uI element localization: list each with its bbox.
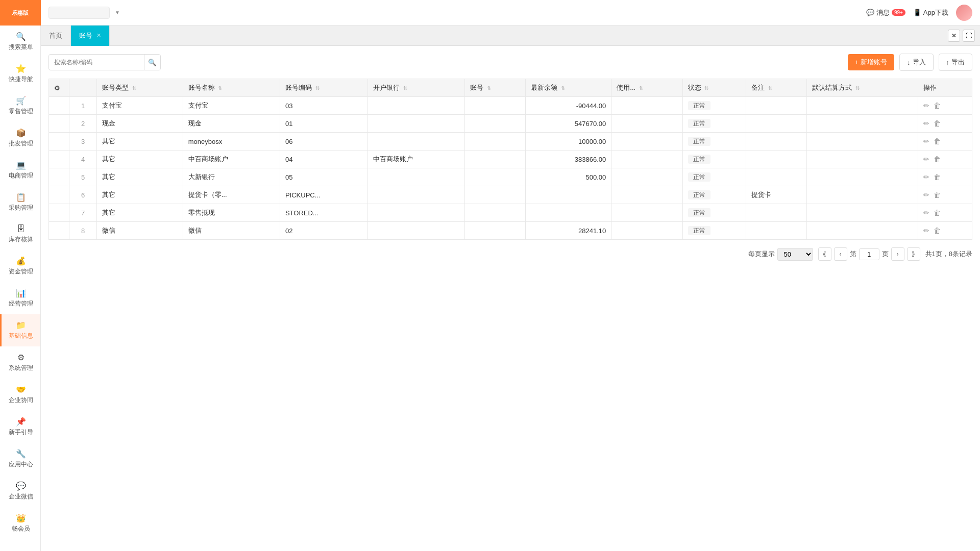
sidebar-item-vip-member[interactable]: 👑 畅会员 [0,507,40,539]
message-button[interactable]: 💬 消息 99+ [866,8,905,17]
page-next-button[interactable]: › [891,247,904,261]
tab-maximize-button[interactable]: ⛶ [963,30,975,42]
delete-button[interactable]: 🗑 [934,137,941,145]
page-last-button[interactable]: ⟫ [907,247,920,261]
retail-mgmt-icon: 🛒 [4,96,38,106]
page-input[interactable] [859,248,879,260]
add-account-button[interactable]: + 新增账号 [848,54,894,70]
edit-button[interactable]: ✏ [923,155,929,163]
page-first-button[interactable]: ⟪ [818,247,831,261]
row-name: 支付宝 [183,97,280,115]
row-code: PICKUPC... [280,186,368,204]
row-settings [49,115,69,133]
row-usage [611,151,682,168]
row-settlement [806,115,918,133]
row-balance [525,204,611,222]
edit-button[interactable]: ✏ [923,102,929,110]
row-name: 微信 [183,222,280,240]
col-code[interactable]: 账号编码 ⇅ [280,79,368,97]
export-label: 导出 [951,58,965,67]
edit-button[interactable]: ✏ [923,119,929,128]
edit-button[interactable]: ✏ [923,209,929,217]
row-settlement [806,133,918,151]
sidebar-item-enterprise-agreement[interactable]: 🤝 企业协同 [0,379,40,411]
sidebar-item-operations-mgmt[interactable]: 📊 经营管理 [0,282,40,314]
tab-account[interactable]: 账号 ✕ [71,26,110,46]
sidebar-item-app-center[interactable]: 🔧 应用中心 [0,443,40,475]
col-name[interactable]: 账号名称 ⇅ [183,79,280,97]
row-name: 零售抵现 [183,204,280,222]
app-download-button[interactable]: 📱 App下载 [913,8,948,17]
sidebar-item-search-menu[interactable]: 🔍 搜索菜单 [0,26,40,58]
sidebar-item-new-guide[interactable]: 📌 新手引导 [0,411,40,443]
delete-button[interactable]: 🗑 [934,227,941,235]
import-icon: ↓ [907,59,911,66]
row-status: 正常 [682,168,746,186]
search-input[interactable] [49,56,144,69]
row-bank [368,204,465,222]
sidebar-item-basic-info[interactable]: 📁 基础信息 [0,314,40,346]
delete-button[interactable]: 🗑 [934,119,941,128]
col-balance[interactable]: 最新余额 ⇅ [525,79,611,97]
edit-button[interactable]: ✏ [923,173,929,181]
col-settings[interactable]: ⚙ [49,79,69,97]
tab-account-close-icon[interactable]: ✕ [96,32,101,39]
sidebar-item-ecommerce-mgmt[interactable]: 💻 电商管理 [0,154,40,186]
row-settlement [806,222,918,240]
avatar[interactable] [956,5,972,21]
sidebar-item-label: 畅会员 [12,525,30,532]
edit-button[interactable]: ✏ [923,227,929,235]
edit-button[interactable]: ✏ [923,137,929,145]
page-prev-button[interactable]: ‹ [834,247,847,261]
row-code: 02 [280,222,368,240]
delete-button[interactable]: 🗑 [934,102,941,110]
tab-close-button[interactable]: ✕ [948,30,960,42]
col-bank[interactable]: 开户银行 ⇅ [368,79,465,97]
header-search-input[interactable] [48,7,110,19]
import-button[interactable]: ↓ 导入 [899,54,934,71]
row-bank [368,97,465,115]
delete-button[interactable]: 🗑 [934,155,941,163]
sidebar-item-finance-mgmt[interactable]: 💰 资金管理 [0,250,40,282]
delete-button[interactable]: 🗑 [934,191,941,199]
sidebar-item-purchase-mgmt[interactable]: 📋 采购管理 [0,186,40,218]
col-usage[interactable]: 使用... ⇅ [611,79,682,97]
col-settlement[interactable]: 默认结算方式 ⇅ [806,79,918,97]
row-index: 2 [69,115,97,133]
row-code: STORED... [280,204,368,222]
row-name: 中百商场账户 [183,151,280,168]
sidebar-item-retail-mgmt[interactable]: 🛒 零售管理 [0,90,40,122]
row-settings [49,151,69,168]
app-download-label: App下载 [923,8,948,17]
row-balance [525,186,611,204]
col-note[interactable]: 备注 ⇅ [746,79,806,97]
sidebar-item-label: 企业微信 [9,493,33,500]
row-status: 正常 [682,97,746,115]
edit-button[interactable]: ✏ [923,191,929,199]
sidebar-item-quick-nav[interactable]: ⭐ 快捷导航 [0,58,40,90]
search-button[interactable]: 🔍 [144,55,160,70]
sidebar-item-system-mgmt[interactable]: ⚙ 系统管理 [0,346,40,379]
delete-button[interactable]: 🗑 [934,173,941,181]
row-actions: ✏ 🗑 [918,168,972,186]
col-account[interactable]: 账号 ⇅ [465,79,525,97]
row-usage [611,97,682,115]
per-page-select[interactable]: 50 100 200 [777,248,813,261]
col-status[interactable]: 状态 ⇅ [682,79,746,97]
row-type: 微信 [97,222,183,240]
sidebar-item-inventory[interactable]: 🗄 库存核算 [0,218,40,250]
row-name: 提货卡（零... [183,186,280,204]
row-note [746,151,806,168]
row-type: 支付宝 [97,97,183,115]
row-code: 05 [280,168,368,186]
row-note [746,115,806,133]
export-button[interactable]: ↑ 导出 [939,54,973,71]
sidebar-item-wholesale-mgmt[interactable]: 📦 批发管理 [0,122,40,154]
top-header: ▼ 💬 消息 99+ 📱 App下载 [41,0,980,26]
sidebar-item-enterprise-wechat[interactable]: 💬 企业微信 [0,475,40,507]
delete-button[interactable]: 🗑 [934,209,941,217]
row-status: 正常 [682,115,746,133]
tab-home[interactable]: 首页 [41,26,71,46]
row-status: 正常 [682,222,746,240]
col-type[interactable]: 账号类型 ⇅ [97,79,183,97]
